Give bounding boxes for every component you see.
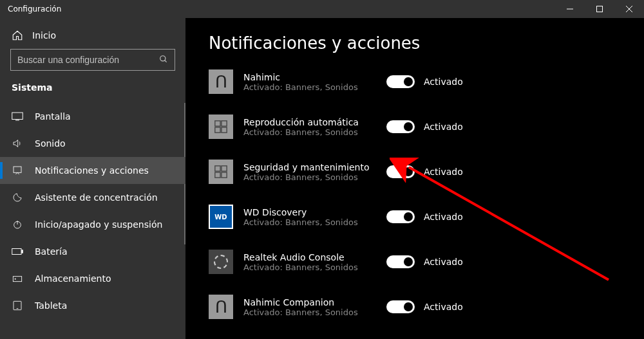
page-title: Notificaciones y acciones — [209, 33, 626, 53]
battery-icon — [12, 248, 23, 255]
nav-label: Almacenamiento — [35, 273, 111, 284]
app-row-seguridad[interactable]: Seguridad y mantenimiento Activado: Bann… — [209, 160, 626, 184]
app-icon: ᑎ — [209, 295, 233, 319]
app-name: Reproducción automática — [243, 117, 376, 127]
svg-rect-23 — [215, 172, 220, 178]
app-row-wd[interactable]: WD WD Discovery Activado: Banners, Sonid… — [209, 205, 626, 229]
app-status: Activado: Banners, Sonidos — [243, 82, 376, 92]
toggle-switch[interactable] — [386, 165, 415, 178]
svg-rect-13 — [13, 277, 21, 282]
svg-rect-12 — [22, 250, 23, 253]
svg-rect-20 — [222, 127, 227, 133]
app-status: Activado: Banners, Sonidos — [243, 307, 376, 317]
svg-rect-17 — [215, 121, 220, 126]
minimize-button[interactable] — [555, 0, 585, 18]
window-controls — [555, 0, 644, 18]
toggle-label: Activado — [424, 257, 463, 267]
storage-icon — [12, 273, 23, 284]
app-name: Realtek Audio Console — [243, 252, 376, 262]
nav-item-bateria[interactable]: Batería — [0, 238, 185, 265]
nav-item-almacenamiento[interactable]: Almacenamiento — [0, 265, 185, 292]
svg-line-5 — [165, 60, 167, 62]
app-row-realtek[interactable]: Realtek Audio Console Activado: Banners,… — [209, 250, 626, 274]
nav-label: Asistente de concentración — [35, 192, 158, 203]
svg-rect-19 — [215, 127, 220, 133]
svg-rect-11 — [12, 249, 21, 255]
app-status: Activado: Banners, Sonidos — [243, 217, 376, 227]
nav-label: Batería — [35, 246, 68, 257]
toggle-switch[interactable] — [386, 210, 415, 223]
svg-rect-18 — [222, 121, 227, 126]
nav-label: Tableta — [35, 300, 67, 311]
nav-label: Notificaciones y acciones — [35, 165, 149, 176]
app-icon: WD — [209, 205, 233, 229]
app-status: Activado: Banners, Sonidos — [243, 172, 376, 182]
nav-label: Sonido — [35, 138, 66, 149]
toggle-label: Activado — [424, 167, 463, 177]
display-icon — [12, 112, 23, 121]
toggle-label: Activado — [424, 77, 463, 87]
app-row-nahimic[interactable]: ᑎ Nahimic Activado: Banners, Sonidos Act… — [209, 69, 626, 94]
app-icon — [209, 250, 233, 274]
app-icon: ᑎ — [209, 69, 233, 94]
svg-rect-21 — [215, 166, 220, 171]
app-row-reproduccion[interactable]: Reproducción automática Activado: Banner… — [209, 115, 626, 139]
nav-item-sonido[interactable]: Sonido — [0, 130, 185, 157]
sound-icon — [12, 138, 23, 149]
home-icon — [12, 30, 23, 41]
app-name: Nahimic Companion — [243, 297, 376, 307]
app-status: Activado: Banners, Sonidos — [243, 262, 376, 272]
search-input[interactable] — [17, 55, 159, 65]
app-status: Activado: Banners, Sonidos — [243, 127, 376, 137]
search-box[interactable] — [10, 49, 175, 71]
titlebar: Configuración — [0, 0, 644, 18]
app-icon — [209, 115, 233, 139]
app-icon — [209, 160, 233, 184]
nav-label: Inicio/apagado y suspensión — [35, 219, 162, 230]
nav-item-tableta[interactable]: Tableta — [0, 292, 185, 319]
nav-item-notificaciones[interactable]: Notificaciones y acciones — [0, 157, 185, 184]
svg-rect-1 — [597, 6, 603, 12]
tablet-icon — [12, 300, 23, 311]
svg-rect-22 — [222, 166, 227, 171]
home-label: Inicio — [32, 30, 56, 41]
toggle-switch[interactable] — [386, 120, 415, 133]
toggle-label: Activado — [424, 302, 463, 312]
home-link[interactable]: Inicio — [0, 22, 185, 49]
nav-label: Pantalla — [35, 111, 71, 122]
nav-item-inicio-apagado[interactable]: Inicio/apagado y suspensión — [0, 211, 185, 238]
app-row-nahimic-companion[interactable]: ᑎ Nahimic Companion Activado: Banners, S… — [209, 295, 626, 319]
power-icon — [12, 219, 23, 230]
app-name: WD Discovery — [243, 207, 376, 217]
svg-point-4 — [160, 55, 166, 60]
toggle-switch[interactable] — [386, 300, 415, 313]
app-name: Nahimic — [243, 72, 376, 82]
focus-icon — [12, 192, 23, 203]
close-button[interactable] — [614, 0, 644, 18]
maximize-button[interactable] — [585, 0, 614, 18]
toggle-label: Activado — [424, 122, 463, 132]
svg-rect-6 — [12, 113, 23, 120]
section-label: Sistema — [0, 80, 185, 103]
nav-list: Pantalla Sonido Notificaciones y accione… — [0, 103, 185, 339]
nav-item-asistente[interactable]: Asistente de concentración — [0, 184, 185, 211]
toggle-label: Activado — [424, 212, 463, 222]
sidebar: Inicio Sistema Pantalla Sonido — [0, 18, 185, 339]
notification-icon — [12, 165, 23, 176]
window-title: Configuración — [8, 5, 61, 14]
app-name: Seguridad y mantenimiento — [243, 162, 376, 172]
search-icon — [159, 55, 168, 66]
svg-rect-24 — [222, 172, 227, 178]
toggle-switch[interactable] — [386, 255, 415, 268]
main-panel: Notificaciones y acciones ᑎ Nahimic Acti… — [185, 18, 644, 339]
svg-rect-8 — [14, 167, 21, 172]
svg-point-14 — [15, 279, 15, 279]
nav-item-pantalla[interactable]: Pantalla — [0, 103, 185, 130]
toggle-switch[interactable] — [386, 75, 415, 88]
